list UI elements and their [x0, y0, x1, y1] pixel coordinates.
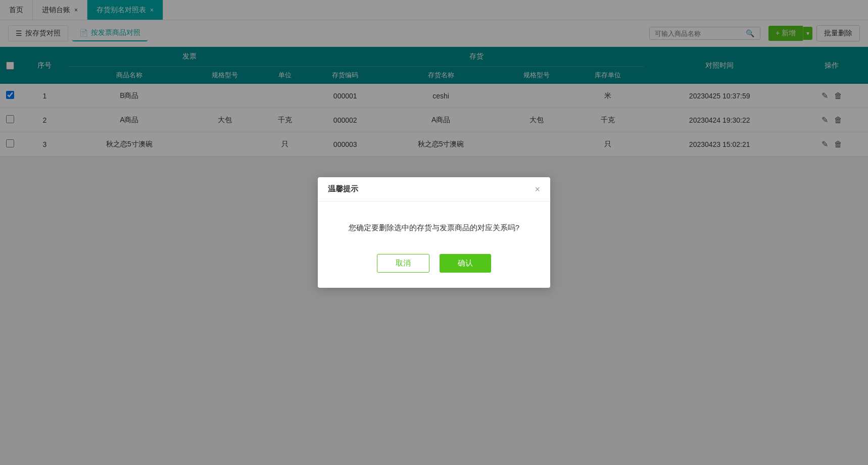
- dialog-message: 您确定要删除选中的存货与发票商品的对应关系吗?: [349, 223, 519, 232]
- dialog-header: 温馨提示 ×: [318, 177, 550, 201]
- dialog-title: 温馨提示: [328, 184, 358, 194]
- dialog-confirm-btn[interactable]: 确认: [440, 254, 491, 273]
- dialog-cancel-btn[interactable]: 取消: [377, 254, 429, 273]
- dialog-footer: 取消 确认: [318, 249, 550, 288]
- dialog-body: 您确定要删除选中的存货与发票商品的对应关系吗?: [318, 201, 550, 249]
- dialog-close-btn[interactable]: ×: [535, 185, 540, 194]
- modal-overlay: 温馨提示 × 您确定要删除选中的存货与发票商品的对应关系吗? 取消 确认: [0, 0, 868, 465]
- confirm-dialog: 温馨提示 × 您确定要删除选中的存货与发票商品的对应关系吗? 取消 确认: [318, 177, 550, 288]
